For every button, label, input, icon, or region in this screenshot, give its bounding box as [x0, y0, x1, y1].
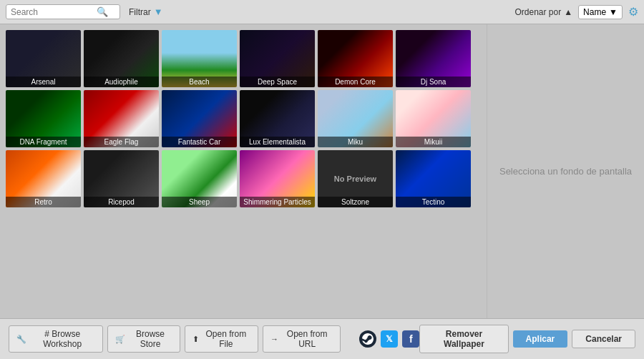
wallpaper-item-mikuii[interactable]: Mikuii: [396, 90, 471, 147]
gear-icon: ⚙: [628, 6, 638, 18]
wallpaper-label: Soltzone: [318, 197, 393, 207]
wallpaper-label: Dj Sona: [396, 77, 471, 87]
order-label: Ordenar por ▲: [515, 7, 573, 17]
wallpaper-item-beach[interactable]: Beach: [162, 30, 237, 87]
cancel-button[interactable]: Cancelar: [572, 330, 635, 348]
select-hint: Selecciona un fondo de pantalla: [499, 166, 632, 177]
bottom-left: 🔧 # Browse Workshop 🛒 Browse Store ⬆ Ope…: [9, 325, 419, 353]
browse-workshop-button[interactable]: 🔧 # Browse Workshop: [9, 325, 103, 353]
wallpaper-item-dnafrag[interactable]: DNA Fragment: [6, 90, 81, 147]
store-icon: 🛒: [115, 335, 125, 344]
open-url-label: Open from URL: [281, 329, 333, 349]
open-from-url-button[interactable]: → Open from URL: [263, 325, 341, 353]
browse-store-label: Browse Store: [128, 329, 172, 349]
filter-icon: ▼: [154, 6, 163, 17]
order-value: Name: [583, 7, 606, 17]
facebook-icon[interactable]: f: [402, 330, 419, 348]
wallpaper-grid: Arsenal Audiophile Beach Deep Space Demo…: [0, 24, 487, 318]
wallpaper-item-miku[interactable]: Miku: [318, 90, 393, 147]
order-dropdown[interactable]: Name ▼: [578, 5, 623, 19]
main-content: Arsenal Audiophile Beach Deep Space Demo…: [0, 24, 644, 318]
wallpaper-label: Fantastic Car: [162, 137, 237, 147]
wallpaper-label: Deep Space: [240, 77, 315, 87]
wallpaper-item-arsenal[interactable]: Arsenal: [6, 30, 81, 87]
filter-label: Filtrar: [129, 7, 151, 17]
wallpaper-label: Ricepod: [84, 197, 159, 207]
wallpaper-label: Arsenal: [6, 77, 81, 87]
remove-wallpaper-label: Remover Wallpaper: [444, 329, 484, 349]
wallpaper-item-ricepod[interactable]: Ricepod: [84, 150, 159, 207]
wallpaper-item-tectino[interactable]: Tectino: [396, 150, 471, 207]
wallpaper-item-eagleflag[interactable]: Eagle Flag: [84, 90, 159, 147]
toolbar: 🔍 Filtrar ▼ Ordenar por ▲ Name ▼ ⚙: [0, 0, 644, 24]
cancel-label: Cancelar: [585, 334, 622, 344]
wallpaper-item-soltzone[interactable]: No Preview Soltzone: [318, 150, 393, 207]
workshop-icon: 🔧: [16, 335, 26, 344]
grid-container: Arsenal Audiophile Beach Deep Space Demo…: [6, 30, 481, 207]
gear-button[interactable]: ⚙: [628, 5, 638, 19]
wallpaper-label: Mikuii: [396, 137, 471, 147]
open-file-label: Open from File: [202, 329, 250, 349]
browse-store-button[interactable]: 🛒 Browse Store: [107, 325, 180, 353]
wallpaper-label: Shimmering Particles: [240, 197, 315, 207]
wallpaper-item-demoncore[interactable]: Demon Core: [318, 30, 393, 87]
wallpaper-label: Lux Elementalista: [240, 137, 315, 147]
wallpaper-label: Sheep: [162, 197, 237, 207]
wallpaper-item-sheep[interactable]: Sheep: [162, 150, 237, 207]
right-panel: Selecciona un fondo de pantalla: [487, 24, 644, 318]
wallpaper-label: Audiophile: [84, 77, 159, 87]
wallpaper-item-retro[interactable]: Retro: [6, 150, 81, 207]
apply-label: Aplicar: [526, 334, 555, 344]
filter-button[interactable]: Filtrar ▼: [126, 5, 166, 19]
steam-icon[interactable]: [359, 330, 376, 348]
social-icons: 𝕏 f: [359, 330, 419, 348]
chevron-down-icon: ▼: [609, 7, 618, 17]
wallpaper-label: Tectino: [396, 197, 471, 207]
browse-workshop-label: # Browse Workshop: [29, 329, 95, 349]
search-input[interactable]: [11, 7, 97, 17]
asc-icon: ▲: [564, 7, 572, 17]
wallpaper-label: DNA Fragment: [6, 137, 81, 147]
wallpaper-item-fantasticcar[interactable]: Fantastic Car: [162, 90, 237, 147]
url-icon: →: [270, 335, 278, 343]
search-icon: 🔍: [97, 6, 108, 17]
search-box[interactable]: 🔍: [6, 4, 120, 19]
apply-button[interactable]: Aplicar: [513, 330, 568, 348]
wallpaper-label: Eagle Flag: [84, 137, 159, 147]
wallpaper-label: Beach: [162, 77, 237, 87]
file-icon: ⬆: [192, 335, 199, 344]
wallpaper-item-audiophile[interactable]: Audiophile: [84, 30, 159, 87]
wallpaper-item-deepspace[interactable]: Deep Space: [240, 30, 315, 87]
bottom-bar: 🔧 # Browse Workshop 🛒 Browse Store ⬆ Ope…: [0, 318, 644, 359]
wallpaper-label: Miku: [318, 137, 393, 147]
wallpaper-label: Demon Core: [318, 77, 393, 87]
remove-wallpaper-button[interactable]: Remover Wallpaper: [419, 325, 508, 353]
wallpaper-item-djsona[interactable]: Dj Sona: [396, 30, 471, 87]
open-from-file-button[interactable]: ⬆ Open from File: [185, 325, 258, 353]
bottom-right: Remover Wallpaper Aplicar Cancelar: [419, 325, 635, 353]
wallpaper-label: Retro: [6, 197, 81, 207]
twitter-icon[interactable]: 𝕏: [381, 330, 398, 348]
wallpaper-item-luxelm[interactable]: Lux Elementalista: [240, 90, 315, 147]
wallpaper-item-shimmering[interactable]: Shimmering Particles: [240, 150, 315, 207]
